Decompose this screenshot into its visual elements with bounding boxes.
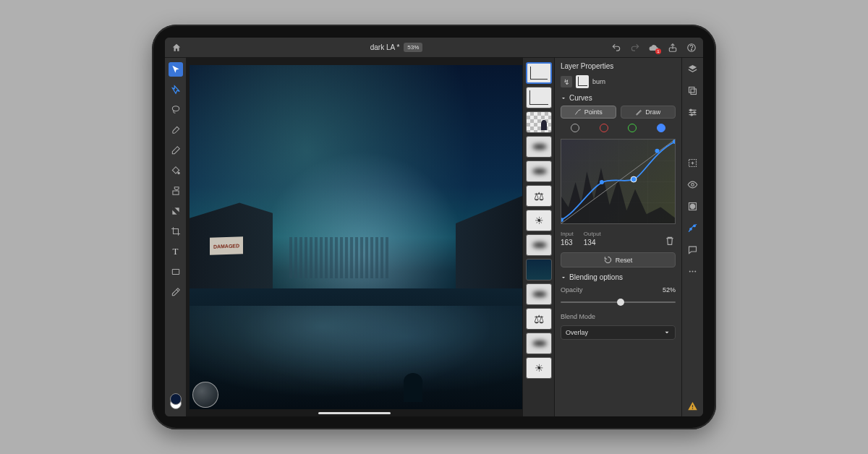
fill-tool-icon[interactable] [169, 163, 183, 178]
canvas-area[interactable]: DAMAGED [187, 58, 522, 416]
blending-section-header[interactable]: Blending options [561, 273, 676, 281]
link-icon[interactable]: ↯ [561, 76, 572, 87]
input-value[interactable]: 163 [561, 239, 574, 247]
adjustments-icon[interactable] [686, 106, 699, 119]
opacity-slider[interactable] [561, 297, 676, 307]
left-toolbar: T [165, 58, 187, 416]
curves-section-header[interactable]: Curves [561, 94, 676, 102]
home-icon[interactable] [171, 42, 182, 53]
move-tool-icon[interactable] [169, 62, 183, 77]
gradient-tool-icon[interactable] [169, 204, 183, 218]
layer-properties-panel: Layer Properties ↯ burn Curves Points Dr… [554, 58, 681, 416]
svg-point-19 [689, 270, 691, 272]
shape-tool-icon[interactable] [169, 265, 183, 279]
layers-panel-icon[interactable] [686, 62, 699, 75]
comments-icon[interactable] [686, 243, 699, 256]
eyedropper-tool-icon[interactable] [169, 285, 183, 299]
channel-red[interactable] [600, 124, 608, 132]
color-swatch[interactable] [168, 393, 184, 409]
blend-mode-select[interactable]: Overlay [561, 325, 676, 340]
curves-mode-draw[interactable]: Draw [621, 106, 676, 119]
svg-point-18 [694, 225, 696, 227]
add-layer-icon[interactable] [686, 156, 699, 169]
clone-tool-icon[interactable] [169, 184, 183, 198]
brush-tool-icon[interactable] [169, 123, 183, 137]
svg-rect-23 [692, 408, 693, 408]
curve-point-active[interactable] [631, 176, 637, 182]
right-rail [681, 58, 703, 416]
billboard-sign: DAMAGED [210, 236, 243, 255]
layers-strip [522, 58, 554, 416]
properties-panel-icon[interactable] [686, 221, 699, 234]
touch-shortcut-icon[interactable] [192, 382, 218, 408]
layer-thumb-mask[interactable] [526, 333, 552, 354]
layer-effects-icon[interactable] [686, 84, 699, 97]
mode-points-label: Points [584, 108, 603, 116]
document-title[interactable]: dark LA * [370, 43, 400, 51]
redo-icon[interactable] [629, 42, 641, 53]
chevron-down-icon [663, 329, 671, 336]
layer-thumb-color-balance[interactable] [526, 185, 552, 207]
layer-mini-thumb[interactable] [576, 75, 589, 88]
more-icon[interactable] [686, 265, 699, 278]
blending-section-label: Blending options [569, 273, 623, 281]
svg-rect-22 [692, 405, 693, 407]
svg-point-10 [690, 109, 692, 111]
blend-mode-value: Overlay [566, 329, 588, 336]
delete-point-icon[interactable] [664, 235, 676, 247]
curves-graph[interactable] [561, 139, 676, 224]
warning-icon[interactable] [686, 399, 699, 412]
crop-tool-icon[interactable] [169, 224, 183, 239]
layer-thumb-curves[interactable] [526, 87, 552, 108]
share-icon[interactable] [667, 42, 678, 53]
curves-section-label: Curves [569, 94, 592, 102]
layer-name[interactable]: burn [592, 78, 605, 85]
cloud-badge-count: 1 [655, 48, 661, 54]
foreground-color-swatch[interactable] [170, 393, 182, 405]
layer-thumb-mask[interactable] [526, 283, 552, 305]
histogram [561, 168, 675, 223]
visibility-icon[interactable] [686, 178, 699, 191]
top-bar: dark LA * 53% 1 [165, 38, 703, 58]
chevron-down-icon [561, 95, 566, 101]
reset-button[interactable]: Reset [561, 252, 676, 267]
cloud-sync-icon[interactable]: 1 [648, 42, 660, 53]
zoom-level[interactable]: 53% [404, 43, 422, 52]
svg-point-2 [692, 49, 692, 50]
reset-label: Reset [616, 257, 633, 264]
chevron-down-icon [561, 275, 566, 280]
curve-point[interactable] [600, 180, 604, 184]
scene-figure [404, 373, 422, 402]
channel-blue[interactable] [657, 124, 665, 132]
lasso-tool-icon[interactable] [169, 103, 183, 117]
home-indicator[interactable] [318, 412, 391, 414]
layer-thumb-color-balance[interactable] [526, 308, 552, 330]
ipad-frame: dark LA * 53% 1 T [152, 25, 716, 429]
undo-icon[interactable] [610, 42, 622, 53]
output-value[interactable]: 134 [584, 239, 601, 247]
eraser-tool-icon[interactable] [169, 143, 183, 158]
curves-mode-points[interactable]: Points [561, 106, 616, 119]
svg-rect-7 [172, 270, 179, 275]
mode-draw-label: Draw [645, 108, 660, 116]
svg-point-17 [690, 228, 692, 230]
svg-point-11 [694, 111, 696, 113]
layer-thumb-mask[interactable] [526, 136, 552, 158]
scene-reflections [190, 306, 522, 409]
layer-thumb-image[interactable] [526, 259, 552, 280]
curve-point[interactable] [655, 149, 660, 153]
channel-rgb[interactable] [571, 124, 579, 132]
help-icon[interactable] [686, 42, 697, 53]
output-label: Output [584, 231, 601, 237]
mask-icon[interactable] [686, 200, 699, 213]
channel-green[interactable] [628, 124, 637, 132]
layer-thumb-brightness[interactable] [526, 357, 552, 379]
canvas-image[interactable]: DAMAGED [190, 65, 522, 409]
tap-select-tool-icon[interactable] [169, 82, 183, 97]
layer-thumb-brightness[interactable] [526, 210, 552, 231]
type-tool-icon[interactable]: T [169, 244, 183, 259]
layer-thumb-mask[interactable] [526, 234, 552, 256]
layer-thumb-curves[interactable] [526, 62, 552, 84]
layer-thumb-figure[interactable] [526, 111, 552, 133]
layer-thumb-mask[interactable] [526, 160, 552, 182]
